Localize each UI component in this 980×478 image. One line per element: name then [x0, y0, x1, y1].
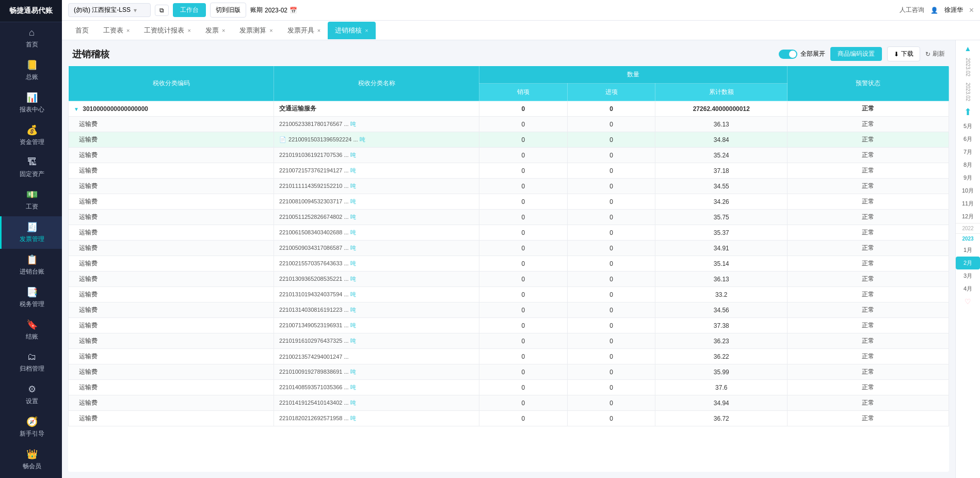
col-header-sales: 销项 — [479, 84, 568, 101]
cell-item-name: 运输费 — [69, 163, 274, 179]
col-header-cumulative: 累计数额 — [655, 84, 788, 101]
cell-purchase: 0 — [567, 287, 655, 302]
sidebar-label-closing: 结账 — [26, 332, 38, 341]
toggle-switch[interactable] — [779, 50, 797, 59]
tab-invoice[interactable]: 发票 × — [198, 22, 232, 39]
table-row: 运输费 22100523381780176567 ... 吨 0 0 36.13… — [69, 117, 949, 132]
table-row: 运输费 22101408593571035366 ... 吨 0 0 37.6 … — [69, 380, 949, 395]
sidebar-item-invoice-mgmt[interactable]: 🧾 发票管理 — [0, 216, 62, 249]
support-link[interactable]: 人工咨询 — [899, 6, 924, 14]
calendar-month-jan[interactable]: 1月 — [956, 244, 980, 257]
app-logo: 畅捷通易代账 — [0, 0, 62, 22]
sidebar-item-funds[interactable]: 💰 资金管理 — [0, 119, 62, 152]
cell-cumulative: 36.72 — [655, 411, 788, 426]
calendar-month-aug[interactable]: 8月 — [956, 158, 980, 171]
tab-home[interactable]: 首页 — [68, 22, 96, 39]
calendar-month-may[interactable]: 5月 — [956, 120, 980, 133]
calendar-up-arrow[interactable]: ▲ — [962, 42, 974, 55]
tab-invoice-calc-close[interactable]: × — [269, 27, 272, 34]
calendar-year-2022: 2022 — [956, 223, 980, 233]
tab-payroll-close[interactable]: × — [126, 27, 130, 34]
switch-version-button[interactable]: 切到旧版 — [210, 3, 246, 18]
tab-sales-reconcile[interactable]: 进销稽核 × — [328, 22, 375, 39]
calendar-month-mar[interactable]: 3月 — [956, 269, 980, 282]
sidebar-label-invoice-mgmt: 发票管理 — [20, 235, 44, 244]
sidebar-item-salary[interactable]: 💵 工资 — [0, 184, 62, 216]
sidebar-item-tax[interactable]: 📑 税务管理 — [0, 281, 62, 314]
topbar-right: 人工咨询 👤 徐涯华 × — [899, 6, 974, 15]
product-code-setting-button[interactable]: 商品编码设置 — [830, 47, 882, 61]
close-button[interactable]: × — [969, 6, 974, 15]
calendar-month-apr[interactable]: 4月 — [956, 282, 980, 295]
cell-warning: 正常 — [788, 148, 949, 163]
sidebar-item-reports[interactable]: 📊 报表中心 — [0, 87, 62, 119]
cell-cumulative: 34.56 — [655, 302, 788, 318]
sidebar-item-sales-ledger[interactable]: 📋 进销台账 — [0, 249, 62, 281]
cell-item-name: 运输费 — [69, 395, 274, 411]
settings-icon: ⚙ — [28, 384, 36, 395]
calendar-month-jun[interactable]: 6月 — [956, 133, 980, 146]
cell-warning: 正常 — [788, 333, 949, 349]
sidebar-item-closing[interactable]: 🔖 结账 — [0, 314, 62, 346]
cell-sales: 0 — [479, 349, 568, 364]
unit-badge: 吨 — [349, 121, 356, 127]
cell-purchase: 0 — [567, 101, 655, 117]
sidebar-item-member[interactable]: 👑 畅会员 — [0, 443, 62, 476]
calendar-up-icon[interactable]: ⬆ — [962, 104, 974, 120]
cell-cumulative: 35.37 — [655, 225, 788, 241]
cell-sales: 0 — [479, 132, 568, 148]
sidebar-item-ledger[interactable]: 📒 总账 — [0, 54, 62, 87]
cell-tax-name: 交通运输服务 — [274, 101, 479, 117]
main-area: (勿动) 江西报宝-LSS ▾ ⧉ 工作台 切到旧版 账期 2023-02 📅 … — [62, 0, 980, 478]
refresh-button[interactable]: ↻ 刷新 — [925, 50, 945, 58]
cell-item-name: 运输费 — [69, 210, 274, 225]
sidebar-label-guide: 新手引导 — [20, 429, 44, 438]
tab-invoice-calc[interactable]: 发票测算 × — [232, 22, 280, 39]
calendar-month-nov[interactable]: 11月 — [956, 197, 980, 210]
sidebar-item-archive[interactable]: 🗂 归档管理 — [0, 346, 62, 378]
sidebar-label-sales-ledger: 进销台账 — [20, 267, 44, 276]
expand-icon[interactable]: ▼ — [74, 106, 79, 112]
page-title: 进销稽核 — [72, 48, 109, 60]
home-icon: ⌂ — [29, 27, 35, 38]
calendar-month-dec[interactable]: 12月 — [956, 210, 980, 223]
cell-sales: 0 — [479, 148, 568, 163]
tab-sales-reconcile-close[interactable]: × — [365, 27, 368, 34]
calendar-month-sep[interactable]: 9月 — [956, 171, 980, 184]
cell-invoice-code: 📄22100915031396592224 ... 吨 — [274, 132, 479, 148]
tab-payroll[interactable]: 工资表 × — [96, 22, 137, 39]
tab-payroll-stats-close[interactable]: × — [187, 27, 190, 34]
tab-payroll-stats[interactable]: 工资统计报表 × — [137, 22, 198, 39]
tab-invoice-issue-close[interactable]: × — [317, 27, 320, 34]
cell-sales: 0 — [479, 364, 568, 380]
expand-toggle[interactable]: 全部展开 — [779, 50, 825, 59]
unit-badge: 吨 — [349, 214, 356, 220]
sidebar-item-home[interactable]: ⌂ 首页 — [0, 22, 62, 54]
calendar-month-jul[interactable]: 7月 — [956, 146, 980, 158]
tab-bar: 首页 工资表 × 工资统计报表 × 发票 × 发票测算 × 发票开具 × 进销稽… — [62, 21, 980, 40]
company-selector[interactable]: (勿动) 江西报宝-LSS ▾ — [68, 3, 151, 17]
sidebar-item-settings[interactable]: ⚙ 设置 — [0, 378, 62, 411]
cell-invoice-code: 22100523381780176567 ... 吨 — [274, 117, 479, 132]
copy-button[interactable]: ⧉ — [155, 5, 169, 16]
calendar-month-feb[interactable]: 2月 — [956, 257, 980, 269]
cell-cumulative: 34.94 — [655, 395, 788, 411]
tab-invoice-issue[interactable]: 发票开具 × — [280, 22, 328, 39]
unpin-button[interactable]: ◀ 取消固定 — [0, 476, 62, 478]
download-button[interactable]: ⬇ 下载 — [887, 46, 920, 61]
tab-invoice-close[interactable]: × — [222, 27, 225, 34]
sidebar: 畅捷通易代账 ⌂ 首页 📒 总账 📊 报表中心 💰 资金管理 🏗 固定资产 💵 … — [0, 0, 62, 478]
cell-item-name: 运输费 — [69, 179, 274, 194]
calendar-sidebar: ▲ 2023.02 2023.02 ⬆ 5月 6月 7月 8月 9月 10月 1… — [955, 40, 980, 478]
workbench-button[interactable]: 工作台 — [173, 3, 206, 17]
unit-badge: 吨 — [349, 229, 356, 235]
calendar-month-oct[interactable]: 10月 — [956, 184, 980, 197]
cell-invoice-code: 22101314030816191223 ... 吨 — [274, 302, 479, 318]
cell-invoice-code: 22100509034317086587 ... 吨 — [274, 241, 479, 256]
calendar-year-2023-top: 2023.02 — [965, 55, 971, 79]
company-dropdown-icon: ▾ — [134, 7, 137, 14]
cell-purchase: 0 — [567, 411, 655, 426]
sidebar-item-assets[interactable]: 🏗 固定资产 — [0, 152, 62, 184]
sidebar-item-guide[interactable]: 🧭 新手引导 — [0, 411, 62, 443]
table-row: ▼ 3010000000000000000 交通运输服务 0 0 27262.4… — [69, 101, 949, 117]
